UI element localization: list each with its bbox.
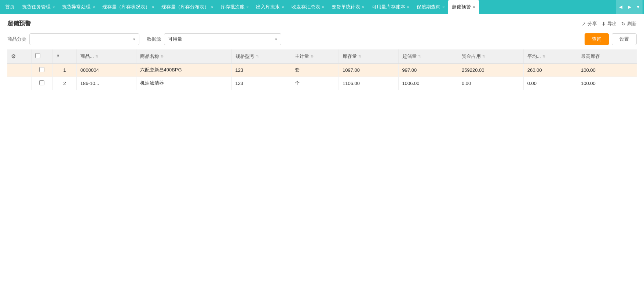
close-icon[interactable]: × (322, 5, 324, 9)
sort-icon[interactable]: ⇅ (95, 54, 98, 58)
row-product-name: 机油滤清器 (136, 77, 231, 90)
table-row: 2 186-10... 机油滤清器 123 个 1106.00 1006.00 … (7, 77, 637, 90)
chevron-down-icon: ▾ (133, 37, 135, 42)
gear-icon[interactable]: ⚙ (11, 53, 16, 59)
row-capital-usage: 259220.00 (458, 63, 524, 77)
share-icon: ↗ (582, 21, 586, 27)
th-capital-usage: 资金占用 ⇅ (458, 49, 524, 63)
nav-arrows: ◀ ▶ ▼ (616, 0, 643, 14)
sort-icon[interactable]: ⇅ (311, 54, 314, 58)
close-icon[interactable]: × (246, 5, 249, 9)
filter-row: 商品分类 ▾ 数据源 可用量 ▾ 查询 设置 (7, 33, 637, 45)
nav-abnormal[interactable]: 拣货异常处理 × (58, 0, 98, 14)
query-button[interactable]: 查询 (585, 33, 609, 45)
select-all-checkbox[interactable] (35, 53, 40, 58)
nav-arrow-more[interactable]: ▼ (634, 0, 643, 14)
th-num: # (53, 49, 77, 63)
category-filter-group: 商品分类 ▾ (7, 33, 139, 45)
sort-icon[interactable]: ⇅ (542, 54, 545, 58)
nav-overstock-warning[interactable]: 超储预警 × (448, 0, 479, 14)
th-gear: ⚙ (7, 49, 31, 63)
nav-arrow-left[interactable]: ◀ (616, 0, 625, 14)
table-body: 1 0000004 六配套新昌490BPG 123 套 1097.00 997.… (7, 63, 637, 90)
th-checkbox (31, 49, 53, 63)
category-select[interactable]: ▾ (29, 33, 139, 45)
row-product-code: 0000004 (77, 63, 136, 77)
row-avg: 0.00 (523, 77, 577, 90)
th-avg: 平均... ⇅ (523, 49, 577, 63)
row-num: 2 (53, 77, 77, 90)
row-avg: 260.00 (523, 63, 577, 77)
th-spec: 规格型号 ⇅ (231, 49, 291, 63)
row-num: 1 (53, 63, 77, 77)
nav-stock-status[interactable]: 现存量（库存状况表） × (99, 0, 158, 14)
nav-batch-account[interactable]: 库存批次账 × (217, 0, 252, 14)
data-table: ⚙ # 商品... ⇅ 商品名称 ⇅ (7, 49, 637, 90)
datasource-filter-group: 数据源 可用量 ▾ (147, 33, 281, 45)
refresh-button[interactable]: ↻ 刷新 (621, 21, 637, 27)
close-icon[interactable]: × (362, 5, 364, 9)
sort-icon[interactable]: ⇅ (418, 54, 421, 58)
datasource-select[interactable]: 可用量 ▾ (164, 33, 281, 45)
close-icon[interactable]: × (473, 5, 475, 9)
table-header-row: ⚙ # 商品... ⇅ 商品名称 ⇅ (7, 49, 637, 63)
action-btn-group: 查询 设置 (585, 33, 637, 45)
export-icon: ⬇ (601, 21, 606, 27)
row-overstock-qty: 997.00 (398, 63, 458, 77)
th-product-code: 商品... ⇅ (77, 49, 136, 63)
export-button[interactable]: ⬇ 导出 (601, 21, 617, 27)
nav-quality-check[interactable]: 保质期查询 × (413, 0, 448, 14)
refresh-icon: ↻ (621, 21, 626, 27)
row-unit: 个 (291, 77, 339, 90)
nav-available-account[interactable]: 可用量库存账本 × (368, 0, 413, 14)
nav-order-stats[interactable]: 要货单统计表 × (328, 0, 368, 14)
row-max-stock: 100.00 (577, 77, 637, 90)
th-overstock-qty: 超储量 ⇅ (398, 49, 458, 63)
datasource-value: 可用量 (168, 36, 182, 42)
row-checkbox-cell (31, 63, 53, 77)
row-stock-qty: 1106.00 (339, 77, 399, 90)
row-checkbox-cell (31, 77, 53, 90)
row-checkbox[interactable] (39, 80, 44, 85)
nav-inout-flow[interactable]: 出入库流水 × (252, 0, 288, 14)
sort-icon[interactable]: ⇅ (482, 54, 485, 58)
table-row: 1 0000004 六配套新昌490BPG 123 套 1097.00 997.… (7, 63, 637, 77)
close-icon[interactable]: × (92, 5, 95, 9)
datasource-label: 数据源 (147, 36, 161, 42)
sort-icon[interactable]: ⇅ (256, 54, 259, 58)
th-product-name: 商品名称 ⇅ (136, 49, 231, 63)
nav-arrow-right[interactable]: ▶ (625, 0, 634, 14)
top-nav: 首页 拣货任务管理 × 拣货异常处理 × 现存量（库存状况表） × 现存量（库存… (0, 0, 644, 14)
th-unit: 主计量 ⇅ (291, 49, 339, 63)
header-actions: ↗ 分享 ⬇ 导出 ↻ 刷新 (582, 21, 637, 27)
row-max-stock: 100.00 (577, 63, 637, 77)
close-icon[interactable]: × (152, 5, 154, 9)
page-content: 超储预警 ↗ 分享 ⬇ 导出 ↻ 刷新 商品分类 ▾ 数据源 (0, 14, 644, 293)
nav-receive-summary[interactable]: 收发存汇总表 × (288, 0, 328, 14)
th-stock-qty: 库存量 ⇅ (339, 49, 399, 63)
settings-button[interactable]: 设置 (612, 33, 637, 45)
nav-stock-dist[interactable]: 现存量（库存分布表） × (158, 0, 217, 14)
page-header: 超储预警 ↗ 分享 ⬇ 导出 ↻ 刷新 (7, 20, 637, 27)
row-checkbox[interactable] (39, 67, 44, 72)
nav-home[interactable]: 首页 (1, 0, 18, 14)
row-spec: 123 (231, 63, 291, 77)
close-icon[interactable]: × (52, 5, 55, 9)
row-product-code: 186-10... (77, 77, 136, 90)
chevron-down-icon: ▾ (275, 37, 277, 42)
sort-icon[interactable]: ⇅ (358, 54, 361, 58)
row-capital-usage: 0.00 (458, 77, 524, 90)
row-product-name: 六配套新昌490BPG (136, 63, 231, 77)
close-icon[interactable]: × (442, 5, 444, 9)
sort-icon[interactable]: ⇅ (161, 54, 164, 58)
page-title: 超储预警 (7, 20, 31, 27)
close-icon[interactable]: × (282, 5, 284, 9)
close-icon[interactable]: × (407, 5, 409, 9)
row-unit: 套 (291, 63, 339, 77)
close-icon[interactable]: × (211, 5, 213, 9)
row-spec: 123 (231, 77, 291, 90)
nav-task-mgmt[interactable]: 拣货任务管理 × (18, 0, 58, 14)
row-gear (7, 63, 31, 77)
share-button[interactable]: ↗ 分享 (582, 21, 597, 27)
row-gear (7, 77, 31, 90)
